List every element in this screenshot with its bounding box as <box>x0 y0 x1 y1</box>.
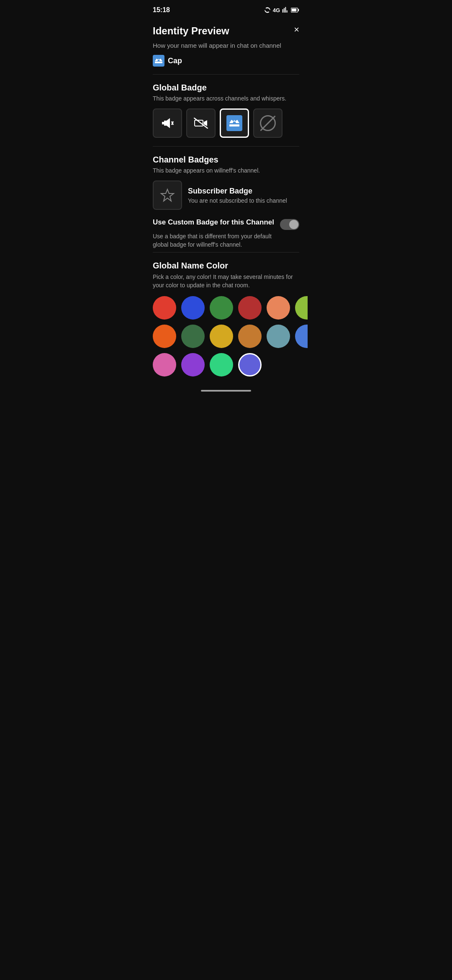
star-icon <box>160 188 175 202</box>
status-time: 15:18 <box>153 6 170 14</box>
global-badge-title: Global Badge <box>153 83 299 93</box>
crown-badge-inner <box>226 115 242 131</box>
star-badge-box <box>153 181 182 210</box>
custom-badge-desc: Use a badge that is different from your … <box>153 232 299 249</box>
preview-username: Cap <box>168 57 182 65</box>
signal-icon <box>282 7 289 13</box>
header-row: Identity Preview × <box>153 25 299 37</box>
color-salmon[interactable] <box>267 296 290 320</box>
color-row-1 <box>153 296 299 320</box>
channel-badges-title: Channel Badges <box>153 155 299 165</box>
divider-3 <box>153 252 299 253</box>
svg-rect-11 <box>229 124 239 126</box>
divider-2 <box>153 146 299 147</box>
global-name-color-desc: Pick a color, any color! It may take sev… <box>153 273 299 289</box>
color-mint[interactable] <box>210 353 233 377</box>
color-amber[interactable] <box>238 325 262 348</box>
color-blue[interactable] <box>181 296 205 320</box>
preview-crown-badge <box>153 55 164 67</box>
home-indicator-bar <box>201 390 251 392</box>
color-green[interactable] <box>210 296 233 320</box>
channel-badges-section: Channel Badges This badge appears on wil… <box>153 155 299 249</box>
page-content: Identity Preview × How your name will ap… <box>144 18 308 383</box>
color-red[interactable] <box>153 296 176 320</box>
global-name-color-section: Global Name Color Pick a color, any colo… <box>153 261 299 377</box>
color-pink[interactable] <box>153 353 176 377</box>
global-badge-desc: This badge appears across channels and w… <box>153 95 299 102</box>
color-cornflower[interactable] <box>295 325 308 348</box>
svg-marker-12 <box>161 189 174 201</box>
badge-options-row <box>153 108 299 138</box>
color-dark-red[interactable] <box>238 296 262 320</box>
svg-marker-4 <box>164 118 170 128</box>
custom-badge-title: Use Custom Badge for this Channel <box>153 218 280 227</box>
crown-icon <box>154 58 163 64</box>
crown-badge-svg <box>228 119 241 128</box>
no-video-badge-icon <box>194 118 208 129</box>
status-bar: 15:18 4G <box>144 0 308 18</box>
badge-option-no-video[interactable] <box>186 108 216 138</box>
bottom-indicator <box>144 383 308 395</box>
color-row-2 <box>153 325 299 348</box>
subscriber-badge-title: Subscriber Badge <box>188 187 299 196</box>
color-orange[interactable] <box>153 325 176 348</box>
color-purple[interactable] <box>181 353 205 377</box>
svg-rect-5 <box>162 122 164 124</box>
subscriber-info: Subscriber Badge You are not subscribed … <box>188 187 299 204</box>
custom-badge-header: Use Custom Badge for this Channel <box>153 218 299 230</box>
svg-rect-3 <box>155 62 162 63</box>
global-name-color-title: Global Name Color <box>153 261 299 271</box>
global-badge-section: Global Badge This badge appears across c… <box>153 83 299 138</box>
color-yellow-green[interactable] <box>295 296 308 320</box>
subscriber-badge-row: Subscriber Badge You are not subscribed … <box>153 181 299 210</box>
channel-badges-desc: This badge appears on willneff's channel… <box>153 167 299 174</box>
color-indigo[interactable] <box>238 353 262 377</box>
custom-badge-section: Use Custom Badge for this Channel Use a … <box>153 218 299 249</box>
battery-icon <box>291 8 299 13</box>
close-button[interactable]: × <box>294 25 299 34</box>
preview-name-row: Cap <box>153 55 299 67</box>
custom-badge-toggle[interactable] <box>280 219 299 230</box>
identity-subtitle: How your name will appear in chat on cha… <box>153 41 299 50</box>
subscriber-badge-status: You are not subscribed to this channel <box>188 197 299 204</box>
color-row-3 <box>153 353 299 377</box>
svg-rect-1 <box>298 9 299 11</box>
badge-option-crown[interactable] <box>220 108 249 138</box>
color-teal[interactable] <box>267 325 290 348</box>
color-yellow[interactable] <box>210 325 233 348</box>
network-label: 4G <box>273 7 280 13</box>
status-icons: 4G <box>264 7 299 13</box>
mute-badge-icon <box>161 117 174 129</box>
mute-icon <box>264 7 271 13</box>
page-title: Identity Preview <box>153 25 229 37</box>
badge-option-none[interactable] <box>253 108 282 138</box>
color-forest-green[interactable] <box>181 325 205 348</box>
color-grid <box>153 296 299 377</box>
no-badge-icon <box>260 115 276 131</box>
svg-rect-2 <box>292 9 297 12</box>
divider-1 <box>153 74 299 75</box>
badge-option-mute[interactable] <box>153 108 182 138</box>
